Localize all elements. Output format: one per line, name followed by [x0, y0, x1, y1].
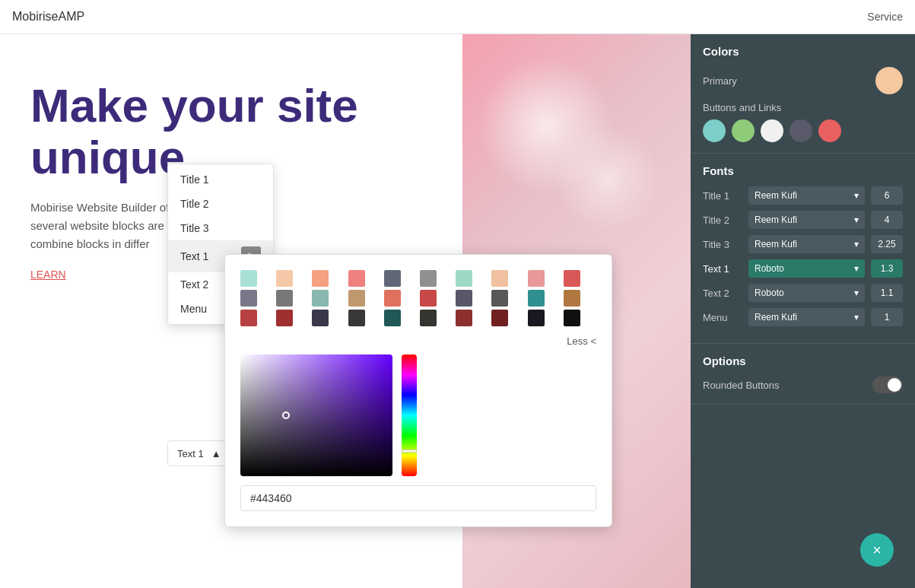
color-swatch[interactable]	[384, 290, 401, 307]
primary-color-swatch[interactable]	[875, 67, 903, 94]
font-label: Menu	[703, 312, 742, 323]
colors-section: Colors Primary Buttons and Links	[691, 34, 915, 154]
font-size-input[interactable]: 1.3	[871, 259, 903, 278]
rounded-buttons-toggle[interactable]	[872, 377, 903, 393]
primary-label: Primary	[703, 75, 737, 87]
color-swatch[interactable]	[456, 270, 472, 287]
color-option-red[interactable]	[818, 119, 841, 142]
font-row-menu: MenuReem Kufi▾1	[703, 308, 903, 326]
color-swatches-grid	[240, 270, 596, 326]
color-swatch[interactable]	[348, 290, 365, 307]
font-select[interactable]: Reem Kufi▾	[748, 211, 865, 229]
font-select[interactable]: Reem Kufi▾	[748, 308, 865, 326]
font-label: Text 2	[703, 288, 742, 299]
color-swatch[interactable]	[276, 290, 293, 307]
color-input-row	[240, 485, 596, 511]
color-swatch[interactable]	[528, 270, 545, 287]
main-layout: Make your site unique Mobirise Website B…	[0, 34, 915, 588]
chevron-up-icon: ▲	[211, 448, 221, 459]
font-row-title3: Title 3Reem Kufi▾2.25	[703, 235, 903, 253]
topbar: MobiriseAMP Service	[0, 0, 915, 34]
font-size-input[interactable]: 1	[871, 308, 903, 326]
dropdown-item-title2[interactable]: Title 2	[168, 192, 273, 216]
selected-text-label: Text 1	[177, 448, 204, 459]
font-select[interactable]: Reem Kufi▾	[748, 235, 865, 253]
colors-title: Colors	[703, 45, 903, 58]
color-swatch[interactable]	[456, 310, 472, 326]
font-label: Title 3	[703, 239, 742, 250]
font-size-input[interactable]: 2.25	[871, 235, 903, 253]
color-option-teal[interactable]	[703, 119, 726, 142]
font-select[interactable]: Reem Kufi▾	[748, 186, 865, 205]
topbar-logo: MobiriseAMP	[12, 10, 84, 24]
color-swatch[interactable]	[276, 270, 293, 287]
color-options-row	[703, 119, 903, 142]
font-select[interactable]: Roboto▾	[748, 259, 865, 278]
color-swatch[interactable]	[276, 310, 293, 326]
font-row-text1: Text 1Roboto▾1.3	[703, 259, 903, 278]
color-swatch[interactable]	[420, 310, 437, 326]
dropdown-item-title1[interactable]: Title 1	[168, 167, 273, 192]
color-spectrum-bar[interactable]	[402, 354, 417, 476]
topbar-nav: Service	[867, 11, 903, 23]
fonts-title: Fonts	[703, 164, 903, 177]
primary-color-row: Primary	[703, 67, 903, 94]
font-size-input[interactable]: 6	[871, 186, 903, 205]
color-swatch[interactable]	[384, 310, 401, 326]
color-swatch[interactable]	[420, 270, 437, 287]
color-swatch[interactable]	[312, 270, 329, 287]
font-rows: Title 1Reem Kufi▾6Title 2Reem Kufi▾4Titl…	[703, 186, 903, 326]
color-swatch[interactable]	[240, 290, 257, 307]
gradient-cursor	[282, 412, 290, 419]
color-swatch[interactable]	[420, 290, 437, 307]
color-gradient-canvas[interactable]	[240, 354, 392, 476]
color-swatch[interactable]	[240, 310, 257, 326]
color-swatch[interactable]	[312, 290, 329, 307]
font-select[interactable]: Roboto▾	[748, 284, 865, 302]
less-button[interactable]: Less <	[240, 335, 596, 347]
rounded-buttons-label: Rounded Buttons	[703, 380, 779, 391]
color-hex-input[interactable]	[240, 485, 596, 511]
font-label: Text 1	[703, 263, 742, 275]
buttons-links-label: Buttons and Links	[703, 102, 903, 113]
color-swatch[interactable]	[491, 290, 508, 307]
color-swatch[interactable]	[564, 290, 580, 307]
color-swatch[interactable]	[491, 310, 508, 326]
close-button[interactable]: ×	[860, 533, 894, 567]
color-swatch[interactable]	[384, 270, 401, 287]
options-section: Options Rounded Buttons	[691, 344, 915, 405]
color-swatch[interactable]	[456, 290, 472, 307]
rounded-buttons-row: Rounded Buttons	[703, 377, 903, 393]
right-panel: Colors Primary Buttons and Links Fonts T…	[691, 34, 915, 588]
color-swatch[interactable]	[348, 310, 365, 326]
spectrum-cursor	[402, 450, 417, 453]
color-swatch[interactable]	[348, 270, 365, 287]
color-swatch[interactable]	[528, 290, 545, 307]
font-label: Title 1	[703, 190, 742, 202]
options-title: Options	[703, 354, 903, 367]
color-swatch[interactable]	[528, 310, 545, 326]
font-label: Title 2	[703, 215, 742, 226]
color-swatch[interactable]	[312, 310, 329, 326]
font-size-input[interactable]: 1.1	[871, 284, 903, 302]
font-row-text2: Text 2Roboto▾1.1	[703, 284, 903, 302]
canvas-area: Make your site unique Mobirise Website B…	[0, 34, 691, 588]
dropdown-item-title3[interactable]: Title 3	[168, 216, 273, 240]
font-size-input[interactable]: 4	[871, 211, 903, 229]
font-row-title1: Title 1Reem Kufi▾6	[703, 186, 903, 205]
fonts-section: Fonts Title 1Reem Kufi▾6Title 2Reem Kufi…	[691, 154, 915, 344]
color-swatch[interactable]	[564, 310, 580, 326]
color-swatch[interactable]	[564, 270, 580, 287]
color-picker-main	[240, 354, 596, 476]
color-picker-popup: Less <	[224, 254, 612, 527]
color-option-white[interactable]	[761, 119, 783, 142]
color-swatch[interactable]	[491, 270, 508, 287]
font-row-title2: Title 2Reem Kufi▾4	[703, 211, 903, 229]
color-option-green[interactable]	[732, 119, 755, 142]
color-swatch[interactable]	[240, 270, 257, 287]
color-option-dark[interactable]	[790, 119, 812, 142]
